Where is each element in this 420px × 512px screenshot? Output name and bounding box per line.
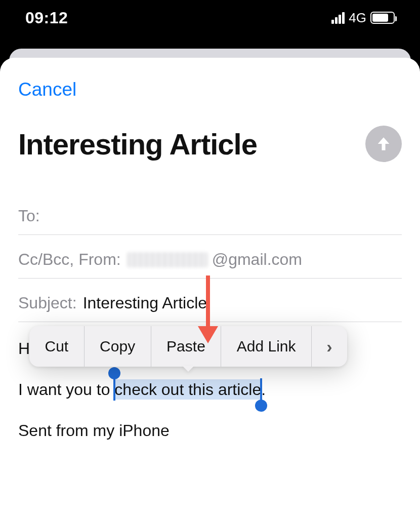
subject-value: Interesting Article [83,294,207,312]
signature-line: Sent from my iPhone [18,419,402,442]
cancel-button[interactable]: Cancel [18,58,402,100]
menu-copy[interactable]: Copy [85,326,151,367]
status-indicators: 4G [331,10,395,26]
ccbcc-from-label: Cc/Bcc, From: [18,250,121,269]
menu-more[interactable]: › [312,326,347,367]
selection-handle-start[interactable] [108,367,120,379]
selection-handle-end[interactable] [255,400,267,412]
selection-caret-start[interactable] [113,378,115,401]
annotation-arrow-head-icon [198,326,218,343]
chevron-right-icon: › [326,337,332,357]
selection-caret-end[interactable] [260,378,262,401]
to-label: To: [18,207,40,225]
menu-cut[interactable]: Cut [29,326,85,367]
selected-text[interactable]: check out this article [114,379,261,400]
compose-sheet: Cancel Interesting Article To: Cc/Bcc, F… [0,58,420,512]
to-field[interactable]: To: [18,191,402,235]
from-email-tail: @gmail.com [212,250,302,269]
ccbcc-from-field[interactable]: Cc/Bcc, From: @gmail.com [18,235,402,279]
send-button[interactable] [365,126,402,162]
compose-title: Interesting Article [18,127,257,161]
battery-icon [370,12,395,24]
annotation-arrow-stem [206,275,210,326]
body-line-2-prefix: I want you to [18,380,114,399]
status-time: 09:12 [25,9,68,27]
cellular-signal-icon [331,12,345,24]
text-context-menu: Cut Copy Paste Add Link › [29,326,347,367]
arrow-up-icon [375,135,392,152]
subject-label: Subject: [18,294,77,312]
annotation-arrow [197,275,219,382]
status-bar: 09:12 4G [0,0,420,35]
network-label: 4G [349,10,366,26]
from-email-redacted [127,252,208,267]
battery-fill [372,14,388,22]
menu-add-link[interactable]: Add Link [221,326,312,367]
